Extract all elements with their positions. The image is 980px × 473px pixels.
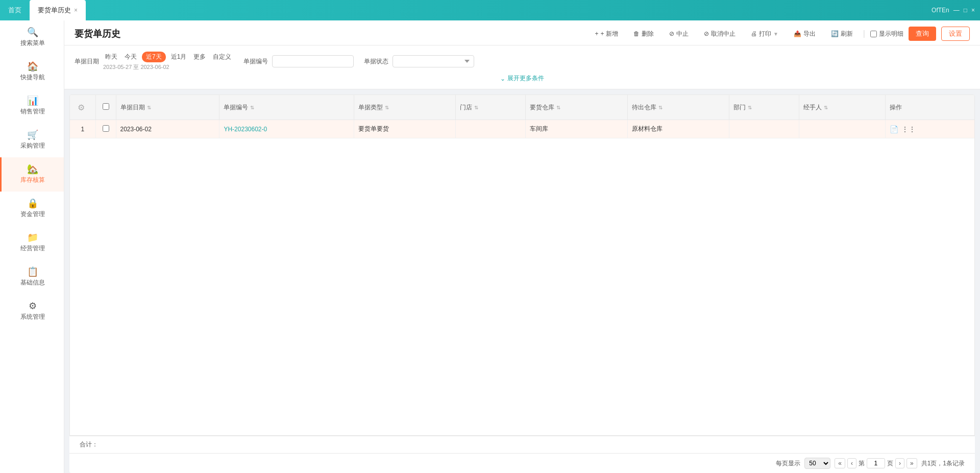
filter-item-status: 单据状态 xyxy=(364,55,474,67)
display-detail-checkbox-wrapper[interactable]: 显示明细 xyxy=(870,30,903,38)
print-icon: 🖨 xyxy=(751,30,757,37)
sidebar-item-purchase-mgmt-label: 采购管理 xyxy=(20,141,45,150)
sidebar-item-sales-mgmt[interactable]: 📊 销售管理 xyxy=(0,89,64,123)
settings-button[interactable]: 设置 xyxy=(941,27,970,41)
close-btn[interactable]: × xyxy=(971,7,975,14)
th-pending-warehouse-sort[interactable]: 待出仓库 ⇅ xyxy=(632,103,725,112)
th-date-label: 单据日期 xyxy=(120,103,145,112)
th-department-sort[interactable]: 部门 ⇅ xyxy=(733,103,795,112)
first-page-btn[interactable]: « xyxy=(835,458,845,468)
td-store xyxy=(456,120,526,138)
inventory-accounting-icon: 🏡 xyxy=(27,164,38,174)
new-button[interactable]: + + 新增 xyxy=(590,27,623,41)
th-req-warehouse-sort[interactable]: 要货仓库 ⇅ xyxy=(530,103,623,112)
print-button[interactable]: 🖨 打印 ▼ xyxy=(746,27,783,41)
sidebar-item-search-menu-label: 搜索菜单 xyxy=(20,39,45,48)
td-department xyxy=(729,120,799,138)
sidebar-item-inventory-accounting[interactable]: 🏡 库存核算 xyxy=(0,157,64,192)
order-no-input[interactable] xyxy=(272,55,354,67)
delete-button[interactable]: 🗑 删除 xyxy=(628,27,659,41)
th-order-type-sort[interactable]: 单据类型 ⇅ xyxy=(358,103,451,112)
stop-label: 中止 xyxy=(676,30,689,38)
date-shortcut-custom[interactable]: 自定义 xyxy=(211,52,233,62)
basic-info-icon: 📋 xyxy=(27,267,38,276)
maximize-btn[interactable]: □ xyxy=(964,7,967,14)
total-info: 共1页，1条记录 xyxy=(921,459,965,468)
th-req-warehouse-label: 要货仓库 xyxy=(530,103,554,112)
sidebar-item-fund-mgmt-label: 资金管理 xyxy=(20,210,45,219)
last-page-btn[interactable]: » xyxy=(906,458,917,468)
table-row[interactable]: 1 2023-06-02 YH-20230602-0 要货单要货 xyxy=(70,120,974,138)
row-checkbox[interactable] xyxy=(103,125,109,132)
sidebar-item-quick-nav[interactable]: 🏠 快捷导航 xyxy=(0,55,64,89)
next-page-btn[interactable]: › xyxy=(895,458,904,468)
minimize-btn[interactable]: — xyxy=(953,7,960,14)
purchase-mgmt-icon: 🛒 xyxy=(27,130,38,139)
date-shortcut-today[interactable]: 今天 xyxy=(122,52,139,62)
th-store-sort[interactable]: 门店 ⇅ xyxy=(460,103,521,112)
column-settings-icon[interactable]: ⚙ xyxy=(74,100,88,114)
main-layout: 🔍 搜索菜单 🏠 快捷导航 📊 销售管理 🛒 采购管理 🏡 库存核算 🔒 资金管… xyxy=(0,20,980,473)
sidebar-item-basic-info[interactable]: 📋 基础信息 xyxy=(0,260,64,294)
th-department: 部门 ⇅ xyxy=(729,95,799,120)
sort-icon-handler: ⇅ xyxy=(824,105,828,110)
th-order-no-sort[interactable]: 单据编号 ⇅ xyxy=(224,103,349,112)
page-size-select[interactable]: 20 50 100 200 xyxy=(804,458,830,469)
status-select[interactable] xyxy=(393,55,474,67)
sidebar-item-system-mgmt[interactable]: ⚙ 系统管理 xyxy=(0,294,64,328)
th-department-label: 部门 xyxy=(733,103,746,112)
sales-mgmt-icon: 📊 xyxy=(27,96,38,105)
fund-mgmt-icon: 🔒 xyxy=(27,199,38,208)
tab-requisition-history[interactable]: 要货单历史 × xyxy=(30,0,86,20)
page-suffix: 页 xyxy=(887,459,893,468)
sidebar-item-purchase-mgmt[interactable]: 🛒 采购管理 xyxy=(0,123,64,157)
select-all-checkbox[interactable] xyxy=(103,103,109,110)
new-label: + 新增 xyxy=(601,30,618,38)
row-edit-icon[interactable]: 📄 xyxy=(890,125,898,133)
date-shortcut-more[interactable]: 更多 xyxy=(191,52,208,62)
delete-label: 删除 xyxy=(642,30,654,38)
print-label: 打印 xyxy=(759,30,771,38)
page-input[interactable] xyxy=(867,458,885,468)
display-detail-checkbox[interactable] xyxy=(870,31,877,37)
td-date: 2023-06-02 xyxy=(116,120,219,138)
sidebar-item-search-menu[interactable]: 🔍 搜索菜单 xyxy=(0,20,64,55)
expand-label: 展开更多条件 xyxy=(507,74,544,83)
date-shortcut-1month[interactable]: 近1月 xyxy=(169,52,189,62)
refresh-button[interactable]: 🔄 刷新 xyxy=(826,27,858,41)
td-order-no: YH-20230602-0 xyxy=(219,120,354,138)
date-filter-label: 单据日期 xyxy=(75,57,99,66)
row-more-icon[interactable]: ⋮⋮ xyxy=(901,125,916,133)
date-shortcut-7days[interactable]: 近7天 xyxy=(142,52,166,62)
sort-icon-order-type: ⇅ xyxy=(385,105,389,110)
row-pending-warehouse-value: 原材料仓库 xyxy=(632,125,663,132)
th-settings: ⚙ xyxy=(70,95,95,120)
prev-page-btn[interactable]: ‹ xyxy=(847,458,856,468)
sidebar-item-business-mgmt[interactable]: 📁 经营管理 xyxy=(0,226,64,260)
sidebar-item-business-mgmt-label: 经营管理 xyxy=(20,244,45,253)
cancel-stop-button[interactable]: ⊘ 取消中止 xyxy=(699,27,741,41)
expand-more-btn[interactable]: ⌄ 展开更多条件 xyxy=(75,74,970,83)
window-controls: OfTEn — □ × xyxy=(932,7,980,14)
sidebar-item-fund-mgmt[interactable]: 🔒 资金管理 xyxy=(0,192,64,226)
page-label: 第 xyxy=(859,459,865,468)
th-order-type-label: 单据类型 xyxy=(358,103,383,112)
export-button[interactable]: 📤 导出 xyxy=(789,27,821,41)
sidebar: 🔍 搜索菜单 🏠 快捷导航 📊 销售管理 🛒 采购管理 🏡 库存核算 🔒 资金管… xyxy=(0,20,64,473)
sidebar-item-quick-nav-label: 快捷导航 xyxy=(20,73,45,82)
th-date-sort[interactable]: 单据日期 ⇅ xyxy=(120,103,215,112)
row-req-warehouse-value: 车间库 xyxy=(530,125,548,132)
business-mgmt-icon: 📁 xyxy=(27,233,38,242)
filter-row: 单据日期 昨天 今天 近7天 近1月 更多 自定义 2023-05-27 至 2… xyxy=(75,52,970,71)
th-order-no: 单据编号 ⇅ xyxy=(219,95,354,120)
sort-icon-order-no: ⇅ xyxy=(250,105,254,110)
row-order-no-link[interactable]: YH-20230602-0 xyxy=(224,126,267,133)
th-handler-sort[interactable]: 经手人 ⇅ xyxy=(803,103,880,112)
tab-home[interactable]: 首页 xyxy=(0,0,30,20)
stop-button[interactable]: ⊘ 中止 xyxy=(664,27,694,41)
date-shortcut-yesterday[interactable]: 昨天 xyxy=(103,52,119,62)
date-range-text: 2023-05-27 至 2023-06-02 xyxy=(103,63,233,71)
query-button[interactable]: 查询 xyxy=(909,27,936,41)
footer-total-label: 合计： xyxy=(80,440,98,449)
tab-close-icon[interactable]: × xyxy=(74,7,78,14)
